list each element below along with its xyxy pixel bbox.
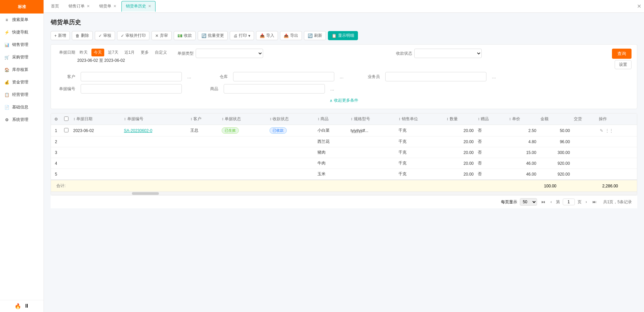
per-page-select[interactable]: 50 100 200 xyxy=(520,198,537,206)
th-qty[interactable]: ↕ 数量 xyxy=(444,113,476,125)
tab-sales-history[interactable]: 销货单历史 ✕ xyxy=(121,1,156,12)
tab-bar-close-all[interactable]: ✕ xyxy=(637,3,641,9)
table-row: 1 2023-06-02 SA-20230602-0 王总 已生效 已收款 小白… xyxy=(51,125,637,136)
sidebar-item-purchase-mgmt[interactable]: 🛒 采购管理 xyxy=(0,51,44,63)
date-btn-7days[interactable]: 近7天 xyxy=(106,49,121,56)
inventory-icon: 🏠 xyxy=(4,67,9,73)
edit-icon[interactable]: ✎ xyxy=(600,128,603,133)
cell-doc-no[interactable] xyxy=(122,147,188,158)
doc-no-link[interactable]: SA-20230602-0 xyxy=(124,128,152,133)
import-button[interactable]: 📥 导入 xyxy=(256,31,278,40)
abandon-button[interactable]: ✕ 弃审 xyxy=(151,31,172,40)
status-select[interactable] xyxy=(414,49,482,58)
salesman-input[interactable] xyxy=(385,72,486,81)
warehouse-dots[interactable]: ... xyxy=(340,74,344,79)
customer-input[interactable] xyxy=(81,72,182,81)
th-settings[interactable]: ⚙ xyxy=(51,113,61,125)
scrollbar-thumb[interactable] xyxy=(132,192,159,195)
cell-checkbox[interactable] xyxy=(61,125,71,136)
refresh-button[interactable]: 🔄 刷新 xyxy=(304,31,326,40)
sidebar-item-search-menu[interactable]: ≡ 搜索菜单 xyxy=(0,14,44,26)
cell-checkbox[interactable] xyxy=(61,136,71,147)
cell-price: 46.00 xyxy=(507,158,538,169)
batch-change-button[interactable]: 🔄 批量变更 xyxy=(198,31,228,40)
th-doc-status[interactable]: ↕ 单据状态 xyxy=(220,113,268,125)
tab-sales-goods-close[interactable]: ✕ xyxy=(113,4,116,8)
audit-print-button[interactable]: ✓ 审核并打印 xyxy=(117,31,149,40)
settings-button[interactable]: 设置 xyxy=(615,60,632,69)
type-select[interactable] xyxy=(196,49,263,58)
customer-dots[interactable]: ... xyxy=(187,74,191,79)
cell-doc-no[interactable] xyxy=(122,169,188,180)
collect-button[interactable]: 💵 收款 xyxy=(174,31,196,40)
th-unit[interactable]: ↕ 销售单位 xyxy=(396,113,444,125)
cell-actions: ✎⋮⋮ xyxy=(597,125,637,136)
horizontal-scrollbar[interactable] xyxy=(51,191,637,195)
audit-button[interactable]: ✓ 审核 xyxy=(95,31,115,40)
th-doc-no[interactable]: ↕ 单据编号 xyxy=(122,113,188,125)
tab-sales-order[interactable]: 销售订单 ✕ xyxy=(64,1,94,12)
first-page-btn[interactable]: ⏮ xyxy=(540,199,547,205)
more-icon[interactable]: ⋮⋮ xyxy=(605,128,613,133)
cell-checkbox[interactable] xyxy=(61,169,71,180)
row-checkbox[interactable] xyxy=(64,128,68,132)
cell-doc-no[interactable]: SA-20230602-0 xyxy=(122,125,188,136)
show-detail-button[interactable]: 📋 显示明细 xyxy=(328,31,358,40)
date-btn-1month[interactable]: 近1月 xyxy=(122,49,137,56)
collect-label: 收款 xyxy=(184,33,192,38)
cell-checkbox[interactable] xyxy=(61,158,71,169)
sidebar-item-quick-nav[interactable]: ⚡ 快捷导航 xyxy=(0,26,44,38)
collapse-btn[interactable]: ∧ 收起更多条件 xyxy=(330,96,358,105)
th-price[interactable]: ↕ 单价 xyxy=(507,113,538,125)
export-button[interactable]: 📤 导出 xyxy=(280,31,302,40)
date-btn-custom[interactable]: 自定义 xyxy=(152,49,169,56)
query-button[interactable]: 查询 xyxy=(612,49,632,59)
salesman-dots[interactable]: ... xyxy=(492,74,496,79)
tab-sales-order-close[interactable]: ✕ xyxy=(87,4,90,8)
tab-home[interactable]: 首页 xyxy=(47,1,63,12)
tab-sales-history-close[interactable]: ✕ xyxy=(148,4,151,8)
cell-doc-no[interactable] xyxy=(122,158,188,169)
goods-input[interactable] xyxy=(224,84,325,94)
date-btn-more[interactable]: 更多 xyxy=(138,49,151,56)
th-customer[interactable]: ↕ 客户 xyxy=(188,113,220,125)
sidebar-item-finance-mgmt[interactable]: 💰 资金管理 xyxy=(0,76,44,88)
th-trade[interactable]: 交货 xyxy=(572,113,597,125)
th-date[interactable]: ↕ 单据日期 xyxy=(71,113,122,125)
date-btn-yesterday[interactable]: 昨天 xyxy=(77,49,90,56)
sidebar-pause-icon[interactable]: ⏸ xyxy=(24,303,29,309)
last-page-btn[interactable]: ⏭ xyxy=(591,199,598,205)
warehouse-input[interactable] xyxy=(233,72,334,81)
sidebar-item-base-info[interactable]: 📄 基础信息 xyxy=(0,101,44,113)
cell-spec xyxy=(348,147,396,158)
th-pay-status[interactable]: ↕ 收款状态 xyxy=(268,113,315,125)
sidebar-item-ops-mgmt[interactable]: 📋 经营管理 xyxy=(0,88,44,101)
add-button[interactable]: + 新增 xyxy=(51,31,70,40)
page-input[interactable] xyxy=(563,199,575,205)
prev-page-btn[interactable]: ‹ xyxy=(549,199,553,205)
sidebar-item-sys-mgmt[interactable]: ⚙ 系统管理 xyxy=(0,113,44,126)
summary-qty: 100.00 xyxy=(544,184,557,188)
th-checkbox[interactable] xyxy=(61,113,71,125)
th-spec[interactable]: ↕ 规格型号 xyxy=(348,113,396,125)
date-btn-today[interactable]: 今天 xyxy=(91,49,104,56)
next-page-btn[interactable]: › xyxy=(584,199,588,205)
delete-button[interactable]: 🗑 删除 xyxy=(72,31,93,40)
cell-checkbox[interactable] xyxy=(61,147,71,158)
th-gift[interactable]: ↕ 赠品 xyxy=(476,113,507,125)
cell-pay-status xyxy=(268,169,315,180)
doc-no-input[interactable] xyxy=(81,84,182,94)
th-amount[interactable]: 金额 xyxy=(538,113,572,125)
sidebar-item-inventory[interactable]: 🏠 库存核算 xyxy=(0,63,44,76)
date-label: 单据日期 xyxy=(56,50,75,55)
th-goods[interactable]: ↕ 商品 xyxy=(315,113,348,125)
quick-nav-icon: ⚡ xyxy=(4,30,9,35)
select-all-checkbox[interactable] xyxy=(64,116,68,121)
print-button[interactable]: 🖨 打印 ▾ xyxy=(230,31,254,40)
tab-sales-goods[interactable]: 销货单 ✕ xyxy=(95,1,121,12)
abandon-icon: ✕ xyxy=(155,33,159,38)
cell-doc-no[interactable] xyxy=(122,136,188,147)
sidebar-item-sales-mgmt[interactable]: 📊 销售管理 xyxy=(0,38,44,51)
goods-dots[interactable]: ... xyxy=(330,86,334,92)
sidebar-fire-icon[interactable]: 🔥 xyxy=(15,303,21,309)
